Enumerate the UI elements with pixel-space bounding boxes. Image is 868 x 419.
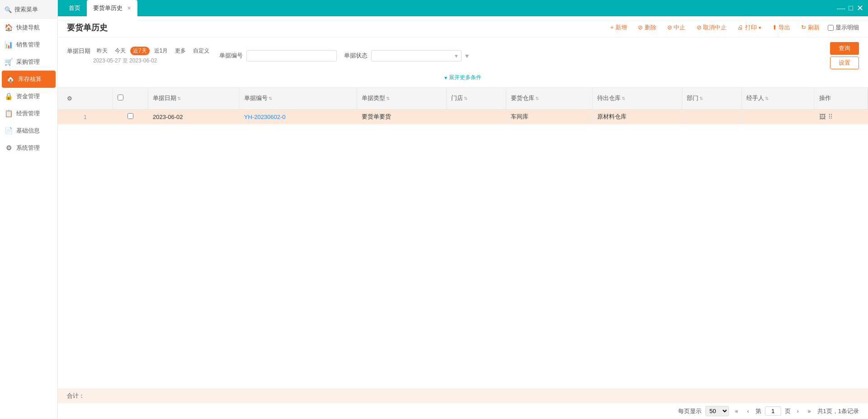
date-shortcut-自定义[interactable]: 自定义: [190, 47, 212, 55]
sidebar-item-inventory[interactable]: 🏠库存核算: [2, 71, 56, 88]
sidebar-item-label: 采购管理: [16, 58, 40, 66]
table-row: 12023-06-02YH-20230602-0要货单要货车间库原材料仓库🖼⠿: [58, 110, 868, 124]
expand-label: 展开更多条件: [449, 74, 481, 81]
tab-requisition-history[interactable]: 要货单历史✕: [87, 0, 137, 16]
sidebar-item-label: 资金管理: [16, 92, 40, 100]
view-icon[interactable]: 🖼: [819, 113, 826, 120]
sort-icon-handler[interactable]: ⇅: [765, 96, 769, 101]
display-detail-label: 显示明细: [835, 24, 859, 32]
next-page-btn[interactable]: ›: [794, 407, 802, 415]
home-tab-label: 首页: [69, 4, 80, 12]
display-detail-check[interactable]: 显示明细: [828, 24, 859, 32]
col-header-store: 门店⇅: [447, 87, 506, 110]
main-area: 首页 要货单历史✕ — □ ✕ 要货单历史 + 新增 ⊘ 删除 ⊘ 中止 ⊘ 取…: [58, 0, 868, 419]
status-select[interactable]: [371, 50, 462, 62]
page-input[interactable]: [765, 406, 781, 416]
sidebar-item-quick-nav[interactable]: 🏠快捷导航: [0, 19, 57, 36]
per-page-label: 每页显示: [678, 407, 702, 415]
sidebar-item-label: 销售管理: [16, 41, 40, 49]
print-dropdown-icon[interactable]: ▾: [759, 25, 761, 31]
sort-icon-date[interactable]: ⇅: [177, 96, 181, 101]
date-shortcut-近1月[interactable]: 近1月: [151, 47, 171, 55]
delete-button[interactable]: ⊘ 删除: [635, 22, 659, 33]
col-header-checkbox: [113, 87, 148, 110]
row-date: 2023-06-02: [148, 110, 239, 124]
more-icon[interactable]: ⠿: [828, 113, 833, 120]
refresh-button[interactable]: ↻ 刷新: [798, 22, 822, 33]
expand-more-btn[interactable]: ▾ 展开更多条件: [67, 73, 859, 82]
date-shortcut-今天[interactable]: 今天: [112, 47, 128, 55]
display-detail-checkbox[interactable]: [828, 25, 834, 31]
doc-no-label: 单据编号: [219, 52, 243, 60]
sort-icon-store[interactable]: ⇅: [464, 96, 467, 101]
row-doc-type: 要货单要货: [357, 110, 446, 124]
row-department: [682, 110, 741, 124]
cancel-stop-button[interactable]: ⊘ 取消中止: [694, 22, 730, 33]
inventory-icon: 🏠: [6, 75, 14, 83]
toolbar: + 新增 ⊘ 删除 ⊘ 中止 ⊘ 取消中止 🖨 打印 ▾ ⬆ 导出 ↻ 刷新 显…: [608, 22, 859, 33]
page-header: 要货单历史 + 新增 ⊘ 删除 ⊘ 中止 ⊘ 取消中止 🖨 打印 ▾ ⬆ 导出 …: [58, 16, 868, 38]
sidebar-item-label: 基础信息: [16, 127, 40, 135]
col-header-doc_no: 单据编号⇅: [239, 87, 357, 110]
sort-icon-req_warehouse[interactable]: ⇅: [535, 96, 539, 101]
date-shortcut-昨天[interactable]: 昨天: [94, 47, 110, 55]
col-header-doc_type: 单据类型⇅: [357, 87, 446, 110]
row-pending-warehouse: 原材料仓库: [593, 110, 682, 124]
select-all-checkbox[interactable]: [118, 95, 123, 100]
export-button[interactable]: ⬆ 导出: [769, 22, 793, 33]
sidebar-item-purchase[interactable]: 🛒采购管理: [0, 53, 57, 71]
operations-icon: 📋: [5, 110, 13, 118]
sidebar-search[interactable]: 🔍 搜索菜单: [0, 0, 57, 19]
sidebar: 🔍 搜索菜单 🏠快捷导航📊销售管理🛒采购管理🏠库存核算🔒资金管理📋经营管理📄基础…: [0, 0, 58, 419]
print-button[interactable]: 🖨 打印 ▾: [735, 22, 764, 33]
sidebar-item-system[interactable]: ⚙系统管理: [0, 139, 57, 157]
total-label: 合计：: [67, 392, 85, 399]
row-checkbox-cell: [113, 110, 148, 124]
query-button[interactable]: 查询: [830, 42, 859, 55]
tab-home[interactable]: 首页: [62, 0, 87, 16]
page-title: 要货单历史: [67, 22, 608, 33]
date-shortcut-近7天[interactable]: 近7天: [130, 47, 150, 55]
status-clear-icon[interactable]: ▾: [465, 52, 469, 60]
tab-label: 要货单历史: [93, 4, 123, 12]
minimize-icon[interactable]: —: [837, 4, 845, 13]
sort-icon-department[interactable]: ⇅: [699, 96, 703, 101]
content: 要货单历史 + 新增 ⊘ 删除 ⊘ 中止 ⊘ 取消中止 🖨 打印 ▾ ⬆ 导出 …: [58, 16, 868, 419]
row-ops: 🖼⠿: [815, 110, 868, 124]
row-doc-no: YH-20230602-0: [239, 110, 357, 124]
stop-button[interactable]: ⊘ 中止: [665, 22, 689, 33]
row-checkbox[interactable]: [127, 113, 133, 119]
purchase-icon: 🛒: [5, 58, 13, 66]
col-header-handler: 经手人⇅: [741, 87, 814, 110]
sidebar-item-finance[interactable]: 🔒资金管理: [0, 88, 57, 105]
maximize-icon[interactable]: □: [849, 4, 853, 12]
row-handler: [741, 110, 814, 124]
quick-nav-icon: 🏠: [5, 24, 13, 32]
prev-page-btn[interactable]: ‹: [745, 407, 752, 415]
sidebar-item-operations[interactable]: 📋经营管理: [0, 105, 57, 122]
last-page-btn[interactable]: »: [805, 407, 814, 415]
sidebar-item-sales[interactable]: 📊销售管理: [0, 36, 57, 53]
table-settings-icon[interactable]: ⚙: [62, 91, 77, 105]
row-req-warehouse: 车间库: [506, 110, 592, 124]
doc-no-link[interactable]: YH-20230602-0: [244, 114, 286, 120]
col-header-pending_warehouse: 待出仓库⇅: [593, 87, 682, 110]
sidebar-item-basic[interactable]: 📄基础信息: [0, 122, 57, 139]
date-shortcut-更多[interactable]: 更多: [172, 47, 189, 55]
first-page-btn[interactable]: «: [732, 407, 741, 415]
new-button[interactable]: + 新增: [608, 22, 630, 33]
tab-close-icon[interactable]: ✕: [127, 5, 131, 11]
row-number: 1: [58, 110, 113, 124]
sort-icon-pending_warehouse[interactable]: ⇅: [622, 96, 625, 101]
sort-icon-doc_type[interactable]: ⇅: [386, 96, 390, 101]
sales-icon: 📊: [5, 41, 13, 49]
per-page-select[interactable]: 102050100: [705, 406, 729, 416]
page-label: 第: [755, 407, 761, 415]
sort-icon-doc_no[interactable]: ⇅: [269, 96, 272, 101]
sidebar-item-label: 快捷导航: [16, 24, 40, 32]
close-icon[interactable]: ✕: [857, 3, 863, 13]
doc-no-input[interactable]: [246, 50, 337, 62]
status-label: 单据状态: [344, 52, 368, 60]
filter-area: 单据日期 昨天今天近7天近1月更多自定义 2023-05-27 至 2023-0…: [58, 38, 868, 87]
settings-button[interactable]: 设置: [830, 57, 859, 69]
